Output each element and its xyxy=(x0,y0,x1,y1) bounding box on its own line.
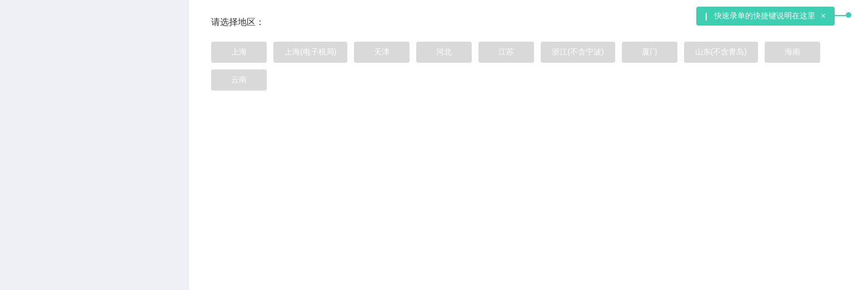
tooltip-close-button[interactable]: × xyxy=(821,12,826,21)
region-btn-4[interactable]: 江苏 xyxy=(478,42,534,63)
region-btn-5[interactable]: 浙江(不含宁波) xyxy=(541,42,615,63)
region-btn-3[interactable]: 河北 xyxy=(416,42,472,63)
region-btn-1[interactable]: 上海(电子税局) xyxy=(273,42,347,63)
region-btn-8[interactable]: 海南 xyxy=(765,42,820,63)
tooltip-text: 快速录单的快捷键说明在这里 xyxy=(714,11,815,21)
main-content: 请选择地区： 上海上海(电子税局)天津河北江苏浙江(不含宁波)厦门山东(不含青岛… xyxy=(189,0,868,290)
region-btn-0[interactable]: 上海 xyxy=(211,42,267,63)
region-buttons-container: 上海上海(电子税局)天津河北江苏浙江(不含宁波)厦门山东(不含青岛)海南云南 xyxy=(211,42,846,91)
region-btn-9[interactable]: 云南 xyxy=(211,69,267,91)
tooltip-dot xyxy=(846,12,851,18)
tooltip-line xyxy=(835,15,846,16)
region-btn-2[interactable]: 天津 xyxy=(354,42,410,63)
tooltip-banner: 快速录单的快捷键说明在这里 × xyxy=(696,7,835,26)
region-btn-7[interactable]: 山东(不含青岛) xyxy=(684,42,758,63)
region-btn-6[interactable]: 厦门 xyxy=(622,42,677,63)
left-sidebar xyxy=(0,0,189,290)
